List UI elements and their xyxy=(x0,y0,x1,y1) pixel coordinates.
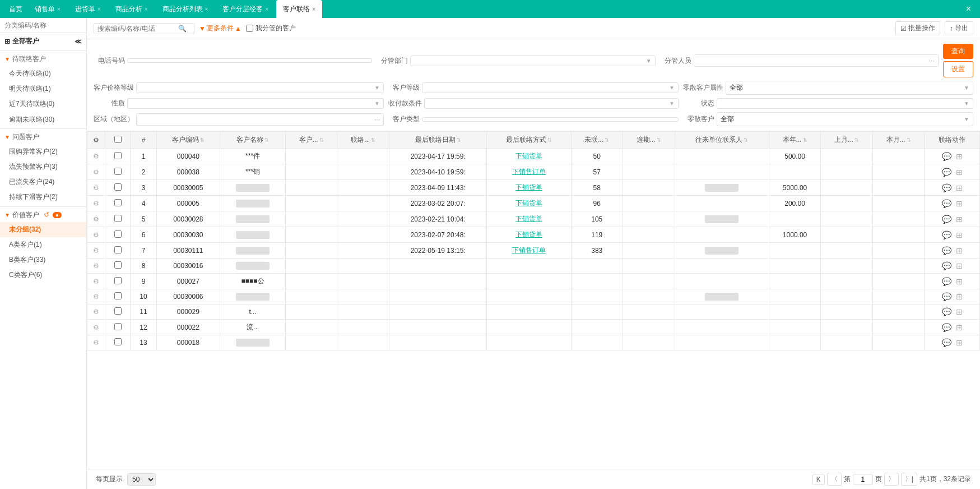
row-settings[interactable]: ⚙ xyxy=(87,227,105,243)
th-last-month[interactable]: 上月...⇅ xyxy=(821,132,873,149)
close-icon[interactable]: × xyxy=(205,6,208,12)
row-settings[interactable]: ⚙ xyxy=(87,274,105,289)
sidebar-item-unclassified[interactable]: 未分组(32) xyxy=(0,222,86,237)
row-checkbox[interactable] xyxy=(105,320,131,335)
sidebar-all-customers[interactable]: ⊞ 全部客户 ≪ xyxy=(0,33,86,49)
nav-tab-customer-tier[interactable]: 客户分层经客 × xyxy=(216,0,275,18)
row-last-method[interactable]: 下销货单 xyxy=(515,152,542,160)
row-select-checkbox[interactable] xyxy=(114,199,122,206)
grid-action-icon[interactable]: ⊞ xyxy=(956,152,963,161)
collapse-icon[interactable]: ≪ xyxy=(75,38,82,45)
th-category[interactable]: 客户...⇅ xyxy=(285,132,337,149)
chat-icon[interactable]: 💬 xyxy=(942,199,951,208)
th-overdue[interactable]: 逾期...⇅ xyxy=(623,132,675,149)
chat-icon[interactable]: 💬 xyxy=(942,168,951,177)
grid-action-icon[interactable]: ⊞ xyxy=(956,338,963,347)
th-this-year[interactable]: 本年...⇅ xyxy=(769,132,821,149)
row-checkbox[interactable] xyxy=(105,289,131,305)
row-checkbox[interactable] xyxy=(105,274,131,289)
close-icon[interactable]: × xyxy=(57,6,61,12)
row-settings[interactable]: ⚙ xyxy=(87,320,105,335)
grid-action-icon[interactable]: ⊞ xyxy=(956,261,963,270)
row-settings[interactable]: ⚙ xyxy=(87,243,105,259)
th-last-date[interactable]: 最后联络日期⇅ xyxy=(389,132,487,149)
row-settings[interactable]: ⚙ xyxy=(87,335,105,350)
chat-icon[interactable]: 💬 xyxy=(942,246,951,255)
chat-icon[interactable]: 💬 xyxy=(942,323,951,332)
grid-action-icon[interactable]: ⊞ xyxy=(956,323,963,332)
row-select-checkbox[interactable] xyxy=(114,307,122,315)
chat-icon[interactable]: 💬 xyxy=(942,261,951,270)
row-select-checkbox[interactable] xyxy=(114,292,122,299)
export-button[interactable]: ↑ 导出 xyxy=(945,21,973,35)
row-settings[interactable]: ⚙ xyxy=(87,289,105,305)
sidebar-group-waiting[interactable]: ▼ 待联络客户 xyxy=(0,52,86,66)
row-checkbox[interactable] xyxy=(105,243,131,259)
row-settings[interactable]: ⚙ xyxy=(87,305,105,320)
chat-icon[interactable]: 💬 xyxy=(942,292,951,301)
th-no-contact[interactable]: 未联...⇅ xyxy=(571,132,623,149)
sidebar-item-7days[interactable]: 近7天待联络(0) xyxy=(0,96,86,112)
row-select-checkbox[interactable] xyxy=(114,168,122,175)
prev-page-button[interactable]: 〈 xyxy=(827,473,842,486)
pay-select[interactable]: ▼ xyxy=(424,98,679,109)
sidebar-search-input[interactable] xyxy=(4,21,87,29)
page-number-input[interactable] xyxy=(853,474,873,485)
page-size-select[interactable]: 50 100 200 xyxy=(127,473,156,486)
row-checkbox[interactable] xyxy=(105,196,131,211)
row-checkbox[interactable] xyxy=(105,164,131,180)
grid-action-icon[interactable]: ⊞ xyxy=(956,246,963,255)
grid-action-icon[interactable]: ⊞ xyxy=(956,199,963,208)
row-select-checkbox[interactable] xyxy=(114,261,122,269)
row-select-checkbox[interactable] xyxy=(114,277,122,284)
row-select-checkbox[interactable] xyxy=(114,152,122,159)
search-input[interactable] xyxy=(97,25,176,33)
close-icon[interactable]: × xyxy=(97,6,101,12)
row-last-method[interactable]: 下销货单 xyxy=(515,183,542,191)
th-this-month[interactable]: 本月...⇅ xyxy=(872,132,925,149)
sidebar-item-class-a[interactable]: A类客户(1) xyxy=(0,237,86,252)
row-checkbox[interactable] xyxy=(105,180,131,196)
chat-icon[interactable]: 💬 xyxy=(942,307,951,316)
row-checkbox[interactable] xyxy=(105,305,131,320)
my-customers-checkbox[interactable] xyxy=(246,25,253,32)
staff-input[interactable]: ··· xyxy=(694,54,939,67)
price-level-select[interactable]: ▼ xyxy=(136,82,384,93)
grid-action-icon[interactable]: ⊞ xyxy=(956,307,963,316)
sidebar-item-churn-warning[interactable]: 流失预警客户(3) xyxy=(0,159,86,174)
phone-input[interactable] xyxy=(127,58,372,63)
search-icon[interactable]: 🔍 xyxy=(178,25,187,33)
row-select-checkbox[interactable] xyxy=(114,183,122,191)
chat-icon[interactable]: 💬 xyxy=(942,338,951,347)
th-name[interactable]: 客户名称⇅ xyxy=(220,132,286,149)
close-icon[interactable]: × xyxy=(312,6,315,12)
retail-customer-select[interactable]: 全部▼ xyxy=(717,112,973,126)
th-contact[interactable]: 联络...⇅ xyxy=(337,132,389,149)
chat-icon[interactable]: 💬 xyxy=(942,277,951,286)
customer-type-input[interactable] xyxy=(422,117,679,122)
row-last-method[interactable]: 下销货单 xyxy=(515,230,542,238)
row-checkbox[interactable] xyxy=(105,335,131,350)
last-page-button[interactable]: 〉| xyxy=(901,473,917,486)
sidebar-item-class-b[interactable]: B类客户(33) xyxy=(0,252,86,267)
my-customers-checkbox-label[interactable]: 我分管的客户 xyxy=(246,24,296,33)
sidebar-item-hoarding[interactable]: 囤购异常客户(2) xyxy=(0,144,86,159)
row-checkbox[interactable] xyxy=(105,211,131,227)
retail-attr-select[interactable]: 全部▼ xyxy=(726,81,973,95)
chat-icon[interactable]: 💬 xyxy=(942,230,951,239)
query-button[interactable]: 查询 xyxy=(943,44,973,59)
nav-tab-analysis[interactable]: 商品分析 × xyxy=(109,0,155,18)
nav-tab-purchase[interactable]: 进货单 × xyxy=(68,0,108,18)
row-last-method[interactable]: 下销货单 xyxy=(515,199,542,207)
level-select[interactable]: ▼ xyxy=(422,82,679,93)
row-select-checkbox[interactable] xyxy=(114,246,122,253)
sidebar-item-churned[interactable]: 已流失客户(24) xyxy=(0,174,86,190)
row-settings[interactable]: ⚙ xyxy=(87,259,105,274)
grid-action-icon[interactable]: ⊞ xyxy=(956,168,963,177)
dept-select[interactable]: ▼ xyxy=(410,56,655,66)
next-page-button[interactable]: 〉 xyxy=(884,473,899,486)
region-input[interactable]: ··· xyxy=(136,113,384,126)
close-icon[interactable]: × xyxy=(265,6,268,12)
nav-tab-analysis-list[interactable]: 商品分析列表 × xyxy=(156,0,215,18)
row-select-checkbox[interactable] xyxy=(114,230,122,238)
